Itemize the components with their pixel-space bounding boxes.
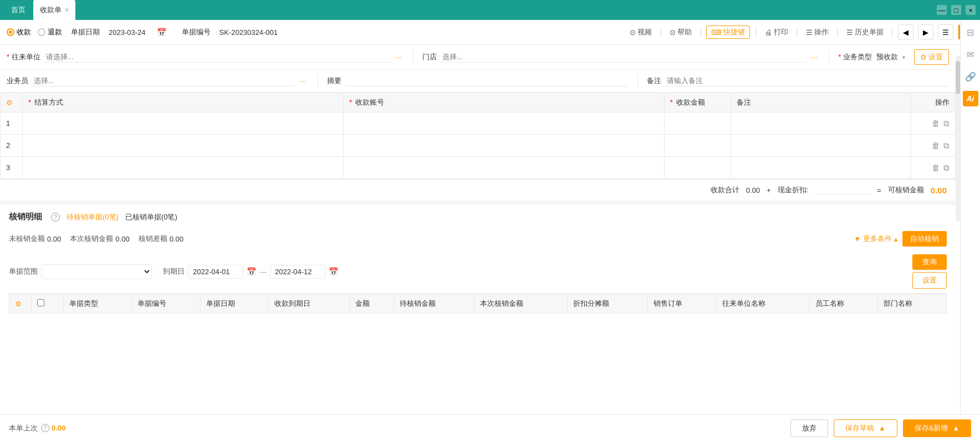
biztype-dropdown-icon[interactable]: ▾ — [902, 54, 905, 60]
right-panel: ⊟ ✉ 🔗 Ai — [960, 20, 980, 441]
query-btn[interactable]: 查询 — [912, 254, 947, 270]
settings-icon: ⚙ — [920, 53, 927, 61]
row-delete-icon-1[interactable]: 🗑 — [932, 119, 940, 129]
number-label: 单据编号 — [182, 27, 211, 37]
staff-more-icon[interactable]: ··· — [298, 76, 309, 85]
more-conditions-label: 更多条件 — [863, 234, 892, 244]
remarks-input[interactable] — [665, 75, 949, 86]
help-icon: ⊙ — [670, 28, 676, 37]
bottom-col-settings[interactable]: ⚙ — [9, 294, 32, 314]
history-btn[interactable]: ☰ 历史单据 — [843, 26, 887, 38]
row-settle-1[interactable] — [23, 112, 344, 135]
bottom-col-sales-order: 销售订单 — [648, 294, 717, 314]
counterparty-input[interactable] — [44, 52, 390, 63]
total-label: 收款合计 — [711, 185, 739, 195]
radio-refund[interactable]: 退款 — [38, 27, 62, 37]
row-copy-icon-3[interactable]: ⧉ — [943, 163, 950, 173]
nav-home[interactable]: 首页 — [4, 0, 32, 20]
save-new-arrow-icon[interactable]: ▲ — [952, 424, 959, 432]
row-copy-icon-1[interactable]: ⧉ — [943, 119, 950, 129]
row-amount-3[interactable] — [664, 157, 731, 179]
select-all-checkbox[interactable] — [37, 299, 44, 306]
nav-minimize-icon[interactable]: — — [937, 5, 947, 15]
right-panel-table-icon[interactable]: ⊟ — [963, 24, 978, 40]
more-conditions-btn[interactable]: ▼ 更多条件 — [854, 234, 898, 244]
hexiao-info-icon[interactable]: ? — [51, 213, 60, 222]
hexiao-title: 核销明细 — [9, 212, 42, 222]
list-view-btn[interactable]: ☰ — [938, 24, 953, 40]
duedate-label: 到期日 — [163, 266, 185, 276]
calendar-icon[interactable]: 📅 — [157, 28, 166, 37]
row-remarks-3[interactable] — [731, 157, 911, 179]
radio-receipt-label: 收款 — [17, 27, 31, 37]
help-btn[interactable]: ⊙ 帮助 — [666, 26, 695, 38]
row-remarks-2[interactable] — [731, 135, 911, 157]
row-settle-2[interactable] — [23, 135, 344, 157]
scroll-track[interactable] — [956, 55, 960, 222]
filter-settings-btn[interactable]: 设置 — [912, 272, 947, 289]
duedate-from-input[interactable] — [188, 265, 243, 279]
range-select[interactable] — [41, 264, 152, 279]
save-draft-btn[interactable]: 保存草稿 ▲ — [834, 419, 897, 437]
shortcut-btn[interactable]: ⌨ 快捷键 — [706, 25, 750, 39]
save-new-btn[interactable]: 保存&新增 ▲ — [903, 419, 971, 437]
summary-input[interactable] — [345, 75, 629, 86]
row-copy-icon-2[interactable]: ⧉ — [943, 141, 950, 151]
nav-close-icon[interactable]: × — [966, 5, 976, 15]
remarks-label: 备注 — [647, 76, 661, 86]
row-delete-icon-2[interactable]: 🗑 — [932, 141, 940, 151]
store-more-icon[interactable]: ··· — [809, 53, 820, 61]
scroll-thumb[interactable] — [956, 61, 960, 94]
row-num-2: 2 — [1, 135, 23, 157]
row-account-3[interactable] — [343, 157, 664, 179]
abandon-btn[interactable]: 放弃 — [790, 419, 828, 437]
duedate-to-cal-icon[interactable]: 📅 — [329, 267, 338, 276]
right-panel-email-icon[interactable]: ✉ — [963, 47, 978, 62]
discount-input[interactable] — [815, 186, 870, 194]
prev-btn[interactable]: ◀ — [898, 24, 913, 40]
right-panel-ai-icon[interactable]: Ai — [963, 91, 978, 106]
row-amount-1[interactable] — [664, 112, 731, 135]
row-delete-icon-3[interactable]: 🗑 — [932, 163, 940, 173]
col-settings-header[interactable]: ⚙ — [1, 93, 23, 112]
nav-tab-receipt[interactable]: 收款单 × — [33, 0, 75, 20]
duedate-to-input[interactable] — [270, 265, 325, 279]
auto-hexiao-btn[interactable]: 自动核销 — [902, 231, 947, 247]
radio-receipt-dot — [7, 28, 14, 36]
row-settle-3[interactable] — [23, 157, 344, 179]
video-label: 视频 — [637, 27, 652, 37]
diff-value: 0.00 — [170, 235, 183, 243]
date-label: 单据日期 — [71, 27, 100, 37]
hexiao-tab-pending[interactable]: 待核销单据(0笔) — [67, 212, 119, 222]
footer-info-icon[interactable]: ? — [41, 424, 49, 432]
section-divider — [0, 201, 980, 205]
counterparty-label: 往来单位 — [7, 52, 40, 62]
nav-tab-close-icon[interactable]: × — [65, 0, 69, 20]
table-settings-icon[interactable]: ⚙ — [6, 99, 13, 107]
row-account-2[interactable] — [343, 135, 664, 157]
main-content: 收款 退款 单据日期 2023-03-24 📅 单据编号 SK-20230324… — [0, 20, 980, 441]
print-btn[interactable]: 🖨 打印 — [762, 26, 792, 38]
video-btn[interactable]: ⊙ 视频 — [626, 26, 655, 38]
settings-button[interactable]: ⚙ 设置 — [914, 49, 949, 65]
row-remarks-1[interactable] — [731, 112, 911, 135]
counterparty-more-icon[interactable]: ··· — [394, 53, 405, 61]
staff-input[interactable] — [32, 75, 294, 86]
right-panel-attachment-icon[interactable]: 🔗 — [963, 69, 978, 84]
bottom-col-checkbox[interactable] — [32, 294, 64, 314]
hexiao-tab-done[interactable]: 已核销单据(0笔) — [125, 212, 177, 222]
range-label: 单据范围 — [9, 266, 38, 276]
save-draft-arrow-icon[interactable]: ▲ — [879, 424, 886, 432]
radio-receipt[interactable]: 收款 — [7, 27, 31, 37]
staff-label: 业务员 — [7, 76, 28, 86]
row-account-1[interactable] — [343, 112, 664, 135]
store-input[interactable] — [440, 52, 806, 63]
bottom-settings-icon[interactable]: ⚙ — [15, 300, 22, 308]
next-btn[interactable]: ▶ — [918, 24, 933, 40]
row-amount-2[interactable] — [664, 135, 731, 157]
duedate-from-cal-icon[interactable]: 📅 — [247, 267, 256, 276]
operation-btn[interactable]: ☰ 操作 — [803, 26, 832, 38]
row-action-2: 🗑 ⧉ — [911, 135, 956, 157]
bottom-col-discount: 折扣分摊额 — [567, 294, 648, 314]
nav-maximize-icon[interactable]: □ — [951, 5, 961, 15]
